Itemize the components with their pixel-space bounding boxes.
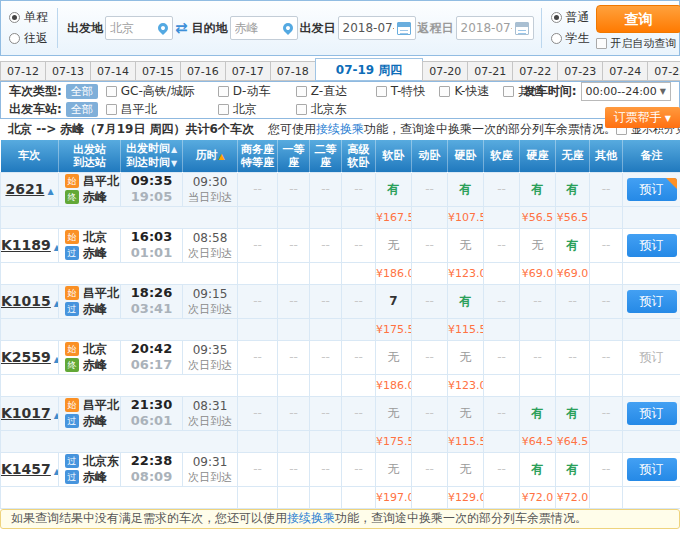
train-number-link[interactable]: K1457	[1, 461, 51, 477]
table-body: 2621▲始昌平北终赤峰09:3519:0509:30当日到达--------有…	[1, 172, 680, 508]
date-tab-07-13[interactable]: 07-13	[45, 61, 91, 81]
station-option-2[interactable]: 北京东	[296, 101, 362, 118]
passenger-normal-option[interactable]: 普通	[551, 9, 590, 26]
price-cell	[238, 374, 278, 396]
seat-availability-cell: --	[412, 284, 448, 318]
from-station: 始昌平北	[65, 397, 120, 413]
train-number-link[interactable]: 2621	[5, 181, 44, 197]
location-pin-icon[interactable]	[281, 21, 295, 35]
station-tag-icon: 始	[65, 342, 79, 356]
sort-arrow-icon[interactable]: ▼	[171, 159, 177, 168]
date-tab-07-19[interactable]: 07-19 周四	[315, 58, 424, 81]
transfer-link[interactable]: 接续换乘	[287, 510, 335, 527]
date-tab-07-22[interactable]: 07-22	[512, 61, 558, 81]
expand-toggle-icon[interactable]: ▲	[47, 187, 53, 196]
duration: 09:35	[183, 342, 237, 358]
swap-stations-icon[interactable]: ⇄	[175, 19, 188, 37]
booking-helper-button[interactable]: 订票帮手▼	[605, 107, 680, 128]
date-tab-07-17[interactable]: 07-17	[225, 61, 271, 81]
date-tab-07-12[interactable]: 07-12	[0, 61, 46, 81]
price-cell	[310, 486, 342, 508]
date-tab-07-18[interactable]: 07-18	[270, 61, 316, 81]
date-tab-07-15[interactable]: 07-15	[135, 61, 181, 81]
price-cell: ¥129.0	[448, 486, 484, 508]
train-row-K1017: K1017▲始昌平北过赤峰21:3006:0108:31次日到达--------…	[1, 396, 680, 430]
to-station: 过赤峰	[65, 245, 120, 261]
calendar-icon[interactable]	[515, 22, 529, 35]
price-cell	[412, 374, 448, 396]
expand-toggle-icon[interactable]: ▲	[54, 355, 59, 364]
checkbox-icon	[296, 86, 307, 97]
seat-availability-cell: --	[484, 452, 520, 486]
search-panel: 单程 往返 出发地 北京 ⇄ 目的地 赤峰 出发日 2018-07-19 返程日…	[0, 0, 680, 56]
book-button[interactable]: 预订	[627, 290, 677, 313]
depart-time-select[interactable]: 00:00--24:00 ▼	[581, 82, 672, 101]
expand-toggle-icon[interactable]: ▲	[54, 299, 59, 308]
sort-arrow-icon[interactable]: ▲	[171, 145, 177, 154]
column-header: 无座	[556, 140, 590, 172]
book-button[interactable]: 预订	[627, 402, 677, 425]
passenger-student-option[interactable]: 学生	[551, 30, 590, 47]
trip-round-option[interactable]: 往返	[9, 30, 48, 47]
from-input[interactable]: 北京	[105, 16, 173, 40]
seat-availability-cell: 有	[556, 396, 590, 430]
seat-availability-cell: --	[310, 228, 342, 262]
trip-oneway-label: 单程	[24, 9, 48, 26]
price-cell	[310, 374, 342, 396]
station-tag-icon: 过	[65, 246, 79, 260]
trip-oneway-option[interactable]: 单程	[9, 9, 48, 26]
arrive-time: 01:01	[121, 245, 182, 261]
train-number-link[interactable]: K1189	[1, 237, 51, 253]
location-pin-icon[interactable]	[156, 21, 170, 35]
depart-date-input[interactable]: 2018-07-19	[338, 16, 416, 40]
column-header[interactable]: 出发时间▲到达时间▼	[121, 140, 183, 172]
train-type-option-0[interactable]: GC-高铁/城际	[106, 83, 204, 100]
train-number-link[interactable]: K1015	[1, 293, 51, 309]
book-button[interactable]: 预订	[627, 458, 677, 481]
train-number-link[interactable]: K1017	[1, 405, 51, 421]
from-station: 过北京东	[65, 453, 120, 469]
date-tab-07-14[interactable]: 07-14	[90, 61, 136, 81]
date-tab-07-20[interactable]: 07-20	[422, 61, 468, 81]
date-tab-07-21[interactable]: 07-21	[467, 61, 513, 81]
price-cell	[484, 374, 520, 396]
date-tab-07-23[interactable]: 07-23	[557, 61, 603, 81]
transfer-link[interactable]: 接续换乘	[316, 122, 364, 136]
expand-toggle-icon[interactable]: ▲	[54, 411, 59, 420]
expand-toggle-icon[interactable]: ▲	[54, 243, 59, 252]
station-all-chip[interactable]: 全部	[66, 102, 98, 117]
sort-arrow-icon[interactable]: ▲	[218, 152, 224, 161]
date-tab-07-16[interactable]: 07-16	[180, 61, 226, 81]
column-header[interactable]: 历时▲	[183, 140, 238, 172]
station-option-0[interactable]: 昌平北	[106, 101, 204, 118]
book-button[interactable]: 预订	[627, 234, 677, 257]
checkbox-icon	[106, 104, 117, 115]
return-date-value: 2018-07-12	[461, 21, 512, 35]
chevron-down-icon: ▼	[665, 114, 671, 123]
filter-box: 车次类型: 全部 GC-高铁/城际D-动车Z-直达T-特快K-快速其他 发车时间…	[0, 81, 680, 119]
price-cell	[238, 486, 278, 508]
train-type-option-2[interactable]: Z-直达	[296, 83, 362, 100]
duration: 08:58	[183, 230, 237, 246]
date-tab-07-24[interactable]: 07-24	[602, 61, 648, 81]
train-number-link[interactable]: K2559	[1, 349, 51, 365]
price-cell	[590, 486, 623, 508]
calendar-icon[interactable]	[397, 22, 411, 35]
station-tag-icon: 终	[65, 358, 79, 372]
book-button[interactable]: 预订	[627, 178, 677, 201]
price-cell	[310, 430, 342, 452]
date-tab-07-25[interactable]: 07-25	[647, 61, 680, 81]
seat-availability-cell: --	[278, 284, 310, 318]
train-type-option-1[interactable]: D-动车	[218, 83, 282, 100]
price-cell	[310, 206, 342, 228]
auto-query-option[interactable]: 开启自动查询	[596, 36, 677, 51]
station-option-1[interactable]: 北京	[218, 101, 282, 118]
to-station: 终赤峰	[65, 357, 120, 373]
train-type-all-chip[interactable]: 全部	[66, 84, 98, 99]
return-date-input[interactable]: 2018-07-12	[456, 16, 534, 40]
to-input[interactable]: 赤峰	[230, 16, 298, 40]
expand-toggle-icon[interactable]: ▲	[54, 467, 59, 476]
train-type-option-4[interactable]: K-快速	[439, 83, 489, 100]
query-button[interactable]: 查询	[596, 5, 680, 33]
train-type-option-3[interactable]: T-特快	[376, 83, 426, 100]
